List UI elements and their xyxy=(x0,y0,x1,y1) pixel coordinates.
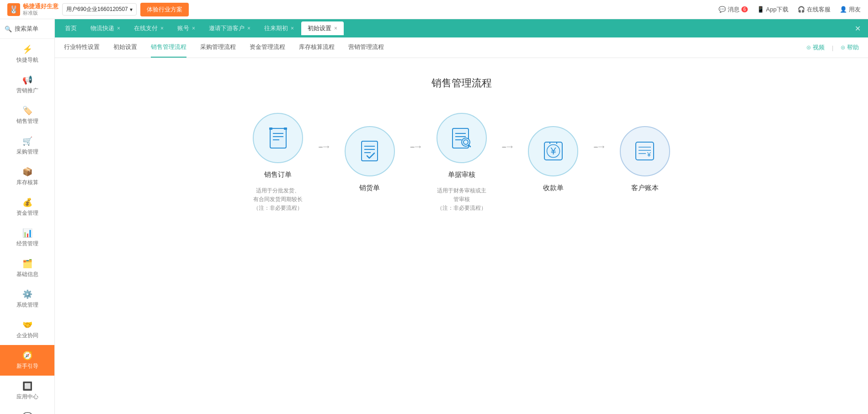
nav-tab-period[interactable]: 往来期初 × xyxy=(258,21,300,35)
sidebar-item-label: 库存核算 xyxy=(16,179,38,186)
sidebar-item-system[interactable]: ⚙️ 系统管理 xyxy=(0,284,54,314)
flow-diagram: 销售订单 适用于分批发货、有合同发货周期较长（注：非必要流程） --→ xyxy=(64,113,859,213)
sub-tab-initial[interactable]: 初始设置 xyxy=(113,37,137,58)
sub-tabs: 行业特性设置 初始设置 销售管理流程 采购管理流程 资金管理流程 库存核算流程 … xyxy=(55,37,868,58)
flow-step-desc: 适用于分批发货、有合同发货周期较长（注：非必要流程） xyxy=(253,186,303,213)
sidebar-item-basic-info[interactable]: 🗂️ 基础信息 xyxy=(0,253,54,284)
nav-tab-logistics[interactable]: 物流快递 × xyxy=(84,21,127,35)
search-menu-item[interactable]: 🔍 搜索菜单 xyxy=(0,19,54,39)
nav-tab-label: 邀请下游客户 xyxy=(209,24,245,32)
close-icon[interactable]: × xyxy=(192,25,195,32)
sidebar-item-label: 企业协同 xyxy=(16,332,38,340)
header-right: 💬 消息 6 📱 App下载 🎧 在线客服 👤 用友 xyxy=(719,5,861,14)
online-service-action[interactable]: 🎧 在线客服 xyxy=(798,5,831,14)
lightning-icon: ⚡ xyxy=(22,44,32,54)
sub-tab-purchase-flow[interactable]: 采购管理流程 xyxy=(200,37,236,58)
sidebar-item-quick-nav[interactable]: ⚡ 快捷导航 xyxy=(0,39,54,69)
sidebar-item-collab[interactable]: 🤝 企业协同 xyxy=(0,314,54,345)
nav-tab-label: 初始设置 xyxy=(308,24,331,32)
user-action[interactable]: 👤 用友 xyxy=(840,5,861,14)
flow-circle-sales-order xyxy=(253,113,303,163)
nav-tab-home[interactable]: 首页 xyxy=(59,21,83,35)
flow-arrow-1: --→ xyxy=(318,141,330,153)
logo-icon: 🐰 xyxy=(7,3,20,16)
flow-step-label: 销售订单 xyxy=(264,170,292,179)
flow-circle-account: ¥ xyxy=(620,126,670,176)
sub-tab-sales-flow[interactable]: 销售管理流程 xyxy=(151,37,186,58)
flow-step-sales-order: 销售订单 适用于分批发货、有合同发货周期较长（注：非必要流程） xyxy=(241,113,314,213)
video-link[interactable]: ⊙ 视频 xyxy=(806,43,825,52)
flow-circle-review xyxy=(437,113,487,163)
flow-step-label: 收款单 xyxy=(543,184,564,192)
flow-step-desc: 适用于财务审核或主管审核（注：非必要流程） xyxy=(437,186,486,213)
sub-tab-finance-flow[interactable]: 资金管理流程 xyxy=(250,37,285,58)
sidebar-item-label: 应用中心 xyxy=(16,393,38,401)
sub-tab-marketing-flow[interactable]: 营销管理流程 xyxy=(348,37,384,58)
message-action[interactable]: 💬 消息 6 xyxy=(719,5,748,14)
sidebar-item-label: 快捷导航 xyxy=(16,56,38,64)
search-icon: 🔍 xyxy=(5,26,12,32)
nav-tab-label: 在线支付 xyxy=(134,24,158,32)
svg-text:¥: ¥ xyxy=(647,151,651,158)
sidebar-item-finance[interactable]: 💰 资金管理 xyxy=(0,192,54,223)
money-icon: 💰 xyxy=(22,197,32,207)
nav-tab-label: 首页 xyxy=(65,24,77,32)
close-icon[interactable]: × xyxy=(160,25,164,32)
flow-circle-receipt: ¥ xyxy=(528,126,578,176)
help-link[interactable]: ⊙ 帮助 xyxy=(841,43,859,52)
trial-button[interactable]: 体验行业方案 xyxy=(140,3,189,16)
user-select[interactable]: 用户690企业1660120507 ▾ xyxy=(62,3,137,16)
main-layout: 🔍 搜索菜单 ⚡ 快捷导航 📢 营销推广 🏷️ 销售管理 🛒 采购管理 📦 库存… xyxy=(0,19,868,414)
close-icon[interactable]: × xyxy=(247,25,250,32)
close-icon[interactable]: × xyxy=(291,25,294,32)
content-area: 首页 物流快递 × 在线支付 × 账号 × 邀请下游客户 × 往来期初 × xyxy=(55,19,868,414)
user-label: 用户690企业1660120507 xyxy=(66,5,128,13)
sidebar-item-marketing[interactable]: 📢 营销推广 xyxy=(0,69,54,100)
sub-tab-label: 库存核算流程 xyxy=(299,43,335,50)
nav-tab-invite[interactable]: 邀请下游客户 × xyxy=(202,21,257,35)
flow-circle-invoice xyxy=(345,126,395,176)
sidebar-item-wechat[interactable]: 💬 企业微信 xyxy=(0,406,54,414)
sub-tab-label: 行业特性设置 xyxy=(64,43,100,50)
sub-tab-industry[interactable]: 行业特性设置 xyxy=(64,37,100,58)
flow-step-label: 单据审核 xyxy=(448,170,475,179)
divider: | xyxy=(832,44,833,51)
sub-tab-inventory-flow[interactable]: 库存核算流程 xyxy=(299,37,335,58)
box-icon: 📦 xyxy=(22,167,32,177)
sidebar-item-purchase[interactable]: 🛒 采购管理 xyxy=(0,131,54,161)
svg-rect-22 xyxy=(636,142,654,160)
nav-close-button[interactable]: ✕ xyxy=(851,24,864,33)
service-label: 在线客服 xyxy=(807,5,831,14)
flow-step-review: 单据审核 适用于财务审核或主管审核（注：非必要流程） xyxy=(425,113,498,213)
compass-icon: 🧭 xyxy=(22,350,32,361)
close-icon[interactable]: × xyxy=(117,25,120,32)
sidebar-item-inventory[interactable]: 📦 库存核算 xyxy=(0,161,54,192)
page-title: 销售管理流程 xyxy=(64,76,859,90)
logo-text: 畅捷通好生意 标准版 xyxy=(23,3,59,16)
sidebar-item-label: 销售管理 xyxy=(16,117,38,125)
handshake-icon: 🤝 xyxy=(22,320,32,330)
svg-rect-0 xyxy=(270,128,286,148)
search-menu-label: 搜索菜单 xyxy=(15,25,38,33)
flow-step-account: ¥ 客户账本 xyxy=(608,126,682,200)
sub-tabs-right: ⊙ 视频 | ⊙ 帮助 xyxy=(806,43,859,52)
sidebar-item-label: 新手引导 xyxy=(16,362,38,370)
app-download-action[interactable]: 📱 App下载 xyxy=(757,5,788,14)
nav-tab-init[interactable]: 初始设置 × xyxy=(301,21,344,35)
svg-rect-4 xyxy=(269,127,272,130)
user-avatar-icon: 👤 xyxy=(840,6,847,13)
sidebar-item-operations[interactable]: 📊 经营管理 xyxy=(0,223,54,253)
folder-icon: 🗂️ xyxy=(22,259,32,269)
tag-icon: 🏷️ xyxy=(22,106,32,116)
svg-rect-5 xyxy=(284,127,287,130)
cart-icon: 🛒 xyxy=(22,136,32,146)
sidebar-item-sales[interactable]: 🏷️ 销售管理 xyxy=(0,100,54,131)
close-icon[interactable]: × xyxy=(334,25,337,32)
sidebar-item-apps[interactable]: 🔲 应用中心 xyxy=(0,376,54,406)
header-left: 🐰 畅捷通好生意 标准版 用户690企业1660120507 ▾ 体验行业方案 xyxy=(7,3,189,16)
nav-tab-payment[interactable]: 在线支付 × xyxy=(128,21,170,35)
sidebar-item-guide[interactable]: 🧭 新手引导 xyxy=(0,345,54,376)
headset-icon: 🎧 xyxy=(798,6,805,13)
sidebar-item-label: 系统管理 xyxy=(16,301,38,309)
nav-tab-account[interactable]: 账号 × xyxy=(171,21,202,35)
